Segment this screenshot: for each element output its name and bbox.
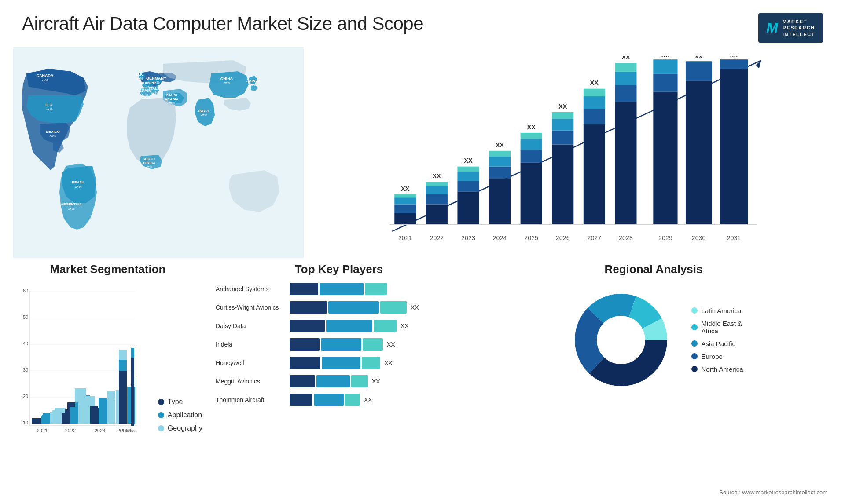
svg-rect-57	[584, 109, 605, 124]
main-content: CANADA xx% U.S. xx% MEXICO xx% BRAZIL xx…	[0, 47, 845, 258]
svg-rect-39	[489, 166, 511, 178]
svg-text:60: 60	[23, 288, 28, 293]
svg-text:XX: XX	[558, 103, 567, 110]
svg-text:2029: 2029	[658, 234, 672, 241]
bar-3	[365, 283, 387, 295]
players-list: Archangel Systems Curtiss-Wright Avionic…	[211, 283, 467, 406]
svg-rect-59	[584, 89, 605, 96]
svg-rect-65	[615, 63, 636, 71]
bar-1	[290, 283, 318, 295]
bar-2	[326, 320, 372, 332]
legend-north-america: North America	[691, 365, 743, 373]
bar-1	[290, 320, 325, 332]
svg-text:xx%: xx%	[46, 107, 52, 111]
segmentation-chart-container: 60 50 40 30 20 10	[13, 283, 202, 450]
svg-rect-73	[686, 80, 712, 224]
svg-text:2026: 2026	[556, 234, 570, 241]
player-row: Daisy Data XX	[216, 320, 462, 332]
bar-1	[290, 301, 327, 314]
svg-text:2022: 2022	[430, 234, 444, 241]
donut-legend-row: Latin America Middle East &Africa Asia P…	[564, 283, 743, 397]
svg-rect-70	[653, 59, 677, 74]
svg-rect-41	[489, 151, 511, 157]
logo-area: M MARKET RESEARCH INTELLECT	[758, 13, 823, 43]
canada-label: CANADA	[37, 73, 54, 78]
latin-america-label: Latin America	[701, 307, 741, 314]
legend-application: Application	[158, 411, 202, 419]
logo-text: MARKET RESEARCH INTELLECT	[783, 18, 815, 37]
legend-europe: Europe	[691, 353, 743, 360]
svg-rect-27	[426, 194, 448, 205]
svg-text:AFRICA: AFRICA	[142, 161, 155, 165]
svg-rect-22	[394, 197, 416, 204]
svg-text:2025: 2025	[118, 428, 128, 433]
player-name: Thommen Aircraft	[216, 396, 286, 403]
svg-rect-50	[552, 144, 573, 224]
bar-1	[290, 357, 320, 369]
svg-text:XX: XX	[661, 56, 670, 58]
segmentation-section: Market Segmentation 60 50 40 30 20 10	[13, 263, 202, 478]
asia-pacific-label: Asia Pacific	[701, 340, 735, 347]
legend-geography: Geography	[158, 424, 202, 432]
svg-text:xx%: xx%	[68, 207, 74, 211]
bar-3	[345, 394, 360, 406]
svg-rect-68	[653, 92, 677, 225]
svg-text:10: 10	[23, 420, 28, 425]
svg-rect-127	[119, 371, 127, 424]
player-xx: XX	[364, 396, 372, 403]
svg-text:xx%: xx%	[151, 91, 158, 95]
svg-text:xx%: xx%	[168, 101, 175, 105]
bar-2	[322, 357, 360, 369]
svg-text:XX: XX	[527, 124, 536, 131]
logo-letter: M	[766, 20, 778, 36]
svg-text:2021: 2021	[37, 428, 48, 433]
svg-rect-117	[107, 391, 115, 424]
svg-rect-20	[394, 213, 416, 225]
svg-rect-64	[615, 72, 636, 85]
map-section: CANADA xx% U.S. xx% MEXICO xx% BRAZIL xx…	[13, 47, 304, 258]
svg-rect-44	[521, 162, 542, 224]
svg-text:xx%: xx%	[41, 78, 48, 82]
source-text: Source : www.marketresearchintellect.com	[0, 487, 845, 496]
bar-1	[290, 394, 312, 406]
bar-3	[363, 338, 383, 351]
svg-rect-113	[70, 407, 78, 424]
svg-rect-47	[521, 133, 542, 139]
player-row: Honeywell XX	[216, 357, 462, 369]
svg-text:XX: XX	[464, 157, 473, 164]
bar-3	[380, 301, 407, 314]
logo-box: M MARKET RESEARCH INTELLECT	[758, 13, 823, 43]
svg-text:XX: XX	[621, 56, 630, 61]
svg-rect-35	[457, 166, 479, 172]
bar-2	[314, 394, 344, 406]
bar-1	[290, 375, 315, 387]
brazil-label: BRAZIL	[72, 180, 84, 184]
mexico-label: MEXICO	[46, 130, 60, 134]
svg-text:2026: 2026	[128, 429, 136, 433]
bar-2	[316, 375, 350, 387]
donut-center	[597, 316, 645, 364]
svg-text:XX: XX	[401, 185, 410, 192]
india-label: INDIA	[198, 109, 209, 113]
svg-text:xx%: xx%	[200, 113, 207, 117]
segmentation-chart: 60 50 40 30 20 10	[13, 283, 149, 450]
bar-2	[321, 338, 361, 351]
world-map: CANADA xx% U.S. xx% MEXICO xx% BRAZIL xx…	[13, 47, 304, 258]
svg-text:2030: 2030	[692, 234, 706, 241]
svg-text:20: 20	[23, 394, 28, 399]
bar-3	[374, 320, 397, 332]
europe-dot	[691, 353, 698, 359]
donut-svg	[564, 283, 678, 397]
uk-label: U.K.	[136, 72, 144, 77]
player-name: Daisy Data	[216, 322, 286, 329]
player-name: Archangel Systems	[216, 285, 286, 292]
player-row: Curtiss-Wright Avionics XX	[216, 301, 462, 314]
regional-container: Latin America Middle East &Africa Asia P…	[475, 283, 832, 397]
svg-rect-62	[615, 102, 636, 224]
player-xx: XX	[372, 378, 380, 385]
player-bars: XX	[290, 394, 462, 406]
svg-text:xx%: xx%	[145, 165, 152, 169]
svg-text:2024: 2024	[493, 234, 507, 241]
player-bars: XX	[290, 375, 462, 387]
legend-middle-east: Middle East &Africa	[691, 320, 743, 335]
